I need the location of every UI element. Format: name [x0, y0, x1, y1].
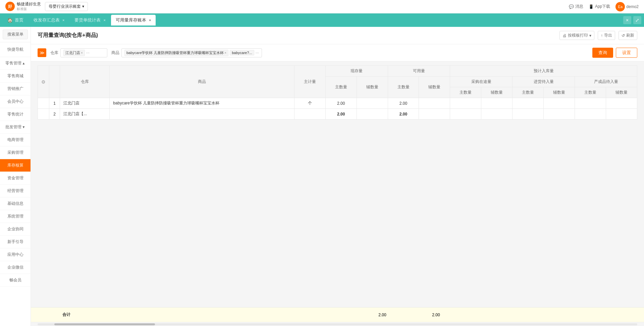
th-current-stock: 现存量 — [325, 66, 388, 77]
sidebar-item-label: 应用中心 — [7, 252, 23, 258]
footer-available-main: 2.00 — [423, 310, 449, 319]
td-available-aux — [419, 109, 450, 120]
sidebar-item-basic-info[interactable]: 基础信息 — [0, 197, 31, 210]
logo-sub: 标准版 — [17, 7, 41, 11]
sidebar-item-enterprise-wechat[interactable]: 企业微信 — [0, 261, 31, 274]
td-no: 1 — [49, 98, 60, 109]
warehouse-filter: 仓库 江北门店 × ··· — [50, 48, 107, 57]
sidebar-item-wholesale-mgmt[interactable]: 批发管理 ▼ — [0, 121, 31, 134]
th-unit: 主计量 — [294, 66, 325, 98]
column-settings-icon[interactable]: ⚙ — [41, 79, 46, 85]
refresh-label: 刷新 — [626, 33, 634, 38]
tab-receive[interactable]: 收发存汇总表 × — [29, 15, 69, 26]
industry-label: 母婴行业演示账套 — [49, 4, 81, 9]
product-tag-2: babycare?... — [230, 50, 254, 55]
filter-actions: 查询 设置 — [592, 48, 637, 58]
top-bar-right: 💬 消息 📱 App下载 Ea demo2 — [569, 2, 639, 11]
th-product: 商品 — [110, 66, 294, 98]
maximize-button[interactable]: ⤢ — [633, 16, 641, 24]
td-settings — [38, 109, 49, 120]
th-current-main: 主数量 — [325, 77, 357, 98]
filter-toggle-button[interactable]: ≫ — [38, 48, 46, 57]
close-all-button[interactable]: × — [623, 16, 631, 24]
expand-icon: ▲ — [22, 61, 25, 65]
sidebar-item-label: 新手引导 — [7, 239, 23, 245]
scroll-bar-area — [31, 322, 644, 326]
sidebar-item-app-center[interactable]: 应用中心 — [0, 248, 31, 261]
table-footer: 合计 2.00 2.00 — [31, 307, 644, 322]
nav-tabs: 🏠 首页 收发存汇总表 × 要货单统计表 × 可用量库存账本 × × ⤢ — [0, 13, 644, 27]
tab-requisition-close-icon[interactable]: × — [103, 18, 105, 22]
message-icon: 💬 — [569, 4, 574, 9]
app-download-button[interactable]: 📱 App下载 — [589, 4, 610, 9]
sidebar-item-marketing[interactable]: 营销推广 — [0, 83, 31, 95]
refresh-icon: ↺ — [622, 33, 625, 38]
td-purchase-aux — [481, 109, 513, 120]
logo-icon: 好 — [5, 2, 15, 11]
sidebar-item-retail-mgmt[interactable]: 零售管理 ▲ — [0, 57, 31, 70]
sidebar-item-member-center[interactable]: 会员中心 — [0, 95, 31, 108]
export-label: 导出 — [604, 33, 612, 38]
message-button[interactable]: 💬 消息 — [569, 4, 583, 9]
sidebar-item-purchase-mgmt[interactable]: 采购管理 — [0, 146, 31, 159]
th-product-pending: 产成品待入量 — [575, 77, 637, 87]
app-label: App下载 — [595, 4, 610, 9]
tab-home-label: 首页 — [15, 17, 23, 23]
sidebar-item-retail-stats[interactable]: 零售统计 — [0, 108, 31, 121]
th-available-aux: 辅数量 — [419, 77, 450, 98]
data-table: ⚙ 仓库 商品 主计量 现存量 可用量 预计入库量 主数量 辅数量 主数量 — [38, 65, 637, 120]
app-icon: 📱 — [589, 4, 594, 9]
scrollbar-thumb[interactable] — [54, 323, 155, 325]
tab-home[interactable]: 🏠 首页 — [3, 15, 28, 26]
td-incoming-aux — [544, 109, 575, 120]
td-incoming-main — [513, 109, 544, 120]
template-print-button[interactable]: 🖨 按模板打印 ▾ — [559, 31, 594, 40]
warehouse-more-icon[interactable]: ··· — [86, 50, 90, 55]
tab-available-close-icon[interactable]: × — [149, 18, 151, 22]
settings-button[interactable]: 设置 — [616, 48, 637, 58]
tab-receive-close-icon[interactable]: × — [62, 18, 64, 22]
industry-selector[interactable]: 母婴行业演示账套 ▾ — [45, 2, 88, 11]
td-incoming-main — [513, 98, 544, 109]
user-label: demo2 — [626, 4, 639, 9]
sidebar-item-operation-mgmt[interactable]: 经营管理 — [0, 185, 31, 197]
sidebar-item-retail-mall[interactable]: 零售商城 — [0, 70, 31, 83]
warehouse-input[interactable]: 江北门店 × ··· — [60, 48, 107, 57]
sidebar-item-label: 营销推广 — [7, 86, 23, 92]
th-planned-in: 预计入库量 — [450, 66, 637, 77]
sidebar-item-label: 企业微信 — [7, 265, 23, 270]
warehouse-tag-remove-icon[interactable]: × — [81, 51, 83, 55]
td-product-main — [575, 109, 606, 120]
sidebar-item-label: 会员中心 — [7, 99, 23, 104]
quick-nav-button[interactable]: 快捷导航 — [3, 45, 28, 54]
refresh-button[interactable]: ↺ 刷新 — [619, 31, 637, 40]
sidebar-item-inventory-mgmt[interactable]: 库存核算 — [0, 159, 31, 172]
expand-icon: ▼ — [22, 125, 25, 129]
export-button[interactable]: ↑ 导出 — [598, 31, 615, 40]
horizontal-scrollbar[interactable] — [38, 323, 637, 325]
sidebar-item-ecommerce-mgmt[interactable]: 电商管理 — [0, 134, 31, 146]
tab-available-label: 可用量库存账本 — [116, 17, 146, 23]
product-tag-1-remove-icon[interactable]: × — [224, 51, 226, 55]
search-menu-button[interactable]: 搜索菜单 — [3, 30, 28, 39]
product-label: 商品 — [111, 50, 119, 56]
main-layout: 搜索菜单 快捷导航 零售管理 ▲ 零售商城 营销推广 会员中心 零售统计 批发管… — [0, 27, 644, 326]
print-icon: 🖨 — [562, 33, 567, 38]
sidebar-item-system-mgmt[interactable]: 系统管理 — [0, 210, 31, 223]
td-product-main — [575, 98, 606, 109]
sidebar-item-finance-mgmt[interactable]: 资金管理 — [0, 172, 31, 185]
user-area[interactable]: Ea demo2 — [615, 2, 639, 11]
td-incoming-aux — [544, 98, 575, 109]
td-purchase-main — [450, 98, 481, 109]
td-settings — [38, 98, 49, 109]
product-more-icon[interactable]: ··· — [256, 50, 259, 55]
tab-available[interactable]: 可用量库存账本 × — [111, 15, 156, 26]
sidebar-item-label: 系统管理 — [7, 214, 23, 219]
th-incoming-pending: 进货待入量 — [513, 77, 575, 87]
tab-requisition[interactable]: 要货单统计表 × — [70, 15, 110, 26]
product-input[interactable]: babycare学饮杯 儿童防摔防撞吸管杯重力球吸嘴杯宝宝水杯 × babyca… — [121, 48, 262, 57]
sidebar-item-enterprise-collab[interactable]: 企业协同 — [0, 223, 31, 236]
sidebar-item-vip-member[interactable]: 畅会员 — [0, 274, 31, 287]
query-button[interactable]: 查询 — [592, 48, 613, 58]
sidebar-item-new-guide[interactable]: 新手引导 — [0, 236, 31, 248]
